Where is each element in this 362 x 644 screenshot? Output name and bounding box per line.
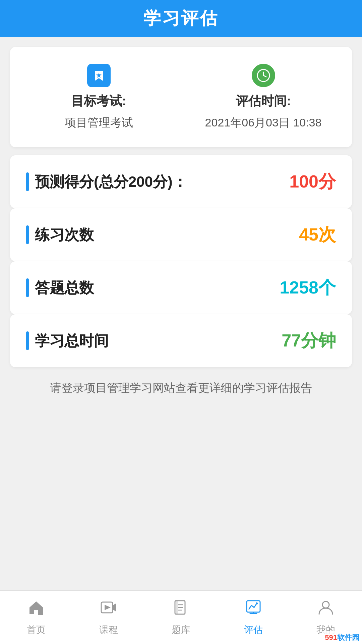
stat-card-1: 练习次数 45次: [10, 208, 352, 261]
stat-label-1: 练习次数: [35, 225, 94, 245]
nav-label-eval: 评估: [244, 624, 263, 636]
clock-icon: [252, 64, 275, 87]
eval-time-label: 评估时间:: [236, 93, 291, 110]
footer-note: 请登录项目管理学习网站查看更详细的学习评估报告: [10, 375, 352, 400]
nav-item-mine[interactable]: 我的: [290, 599, 362, 636]
svg-line-3: [263, 75, 266, 77]
nav-item-question-bank[interactable]: 题库: [145, 599, 217, 636]
home-icon: [27, 599, 45, 620]
svg-rect-8: [176, 601, 178, 614]
stat-value-2: 1258个: [280, 276, 336, 300]
nav-label-question-bank: 题库: [172, 624, 190, 636]
target-exam-col: 目标考试: 项目管理考试: [23, 64, 174, 130]
svg-point-16: [322, 601, 329, 608]
svg-point-13: [256, 602, 258, 604]
nav-item-course[interactable]: 课程: [72, 599, 145, 636]
target-exam-label: 目标考试:: [71, 93, 126, 110]
stat-value-1: 45次: [299, 223, 336, 247]
person-icon: [317, 599, 335, 620]
stat-bar-3: [26, 331, 29, 350]
stat-label-2: 答题总数: [35, 278, 94, 298]
watermark-number: 591: [325, 633, 337, 642]
bookmark-icon: [87, 64, 111, 87]
stat-bar-0: [26, 172, 29, 191]
stat-cards: 预测得分(总分200分)： 100分 练习次数 45次 答题总数 1258个 学…: [10, 155, 352, 367]
app-header: 学习评估: [0, 0, 362, 37]
stat-label-3: 学习总时间: [35, 331, 109, 351]
stat-card-3: 学习总时间 77分钟: [10, 314, 352, 367]
watermark: 591软件园: [322, 631, 362, 644]
stat-left-1: 练习次数: [26, 225, 94, 245]
stat-left-2: 答题总数: [26, 278, 94, 298]
page-title: 学习评估: [143, 7, 219, 30]
nav-label-course: 课程: [99, 624, 118, 636]
stat-bar-1: [26, 225, 29, 244]
svg-marker-6: [105, 605, 111, 610]
info-divider: [181, 74, 181, 121]
stat-value-3: 77分钟: [282, 329, 336, 353]
book-icon: [172, 599, 190, 620]
stat-label-0: 预测得分(总分200分)：: [35, 172, 187, 192]
nav-label-home: 首页: [27, 624, 46, 636]
watermark-text: 软件园: [337, 633, 359, 642]
bottom-nav: 首页 课程 题库: [0, 590, 362, 644]
stat-left-0: 预测得分(总分200分)：: [26, 172, 187, 192]
eval-time-value: 2021年06月03日 10:38: [205, 115, 322, 130]
eval-time-col: 评估时间: 2021年06月03日 10:38: [188, 64, 339, 130]
video-icon: [100, 599, 117, 620]
nav-item-eval[interactable]: 评估: [217, 599, 290, 636]
main-content: 目标考试: 项目管理考试 评估时间: 2021年06月03日 10:38 预测得…: [0, 37, 362, 467]
stat-card-0: 预测得分(总分200分)： 100分: [10, 155, 352, 208]
chart-icon: [245, 599, 262, 620]
stat-left-3: 学习总时间: [26, 331, 109, 351]
target-exam-value: 项目管理考试: [65, 115, 133, 130]
stat-bar-2: [26, 278, 29, 297]
stat-card-2: 答题总数 1258个: [10, 261, 352, 314]
info-card: 目标考试: 项目管理考试 评估时间: 2021年06月03日 10:38: [10, 47, 352, 147]
nav-item-home[interactable]: 首页: [0, 599, 72, 636]
stat-value-0: 100分: [289, 170, 336, 194]
